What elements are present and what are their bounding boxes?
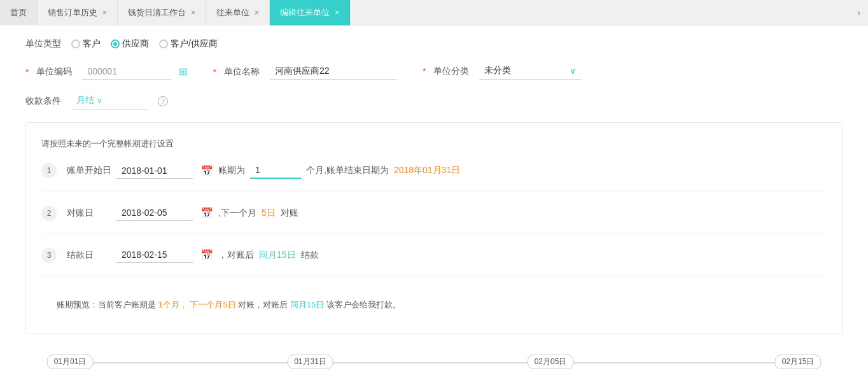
close-icon[interactable]: ×	[255, 8, 259, 17]
classify-dropdown-arrow: ∨	[570, 66, 576, 76]
tab-partners-label: 往来单位	[216, 7, 249, 18]
step-2-date-input[interactable]	[116, 205, 193, 221]
step-num-2: 2	[41, 206, 57, 221]
radio-customer-label: 客户	[83, 38, 101, 50]
tl-badge-3: 02月05日	[528, 355, 574, 369]
timeline-point-1: 01月01日 账单开始日	[47, 355, 94, 387]
help-icon[interactable]: ?	[158, 96, 168, 106]
step-label-2: 对账日	[67, 208, 111, 219]
tab-collapse-button[interactable]: ›	[850, 0, 868, 25]
radio-both-label: 客户/供应商	[171, 38, 218, 50]
radio-supplier-label: 供应商	[122, 38, 149, 50]
payment-dropdown-arrow: ∨	[97, 96, 102, 105]
step-label-1: 账单开始日	[67, 165, 111, 176]
step-1-period-input[interactable]	[250, 162, 301, 179]
payment-terms-row: 收款条件 月结 ∨ ?	[25, 92, 843, 109]
unit-classify-value: 未分类	[484, 65, 511, 76]
step-3-date-input[interactable]	[116, 247, 193, 263]
step-2-suffix-day: 5日	[262, 208, 276, 219]
step-2-calendar-icon[interactable]: 📅	[200, 207, 213, 219]
step-3-calendar-icon[interactable]: 📅	[200, 249, 213, 261]
unit-code-label: 单位编码	[36, 66, 72, 78]
tab-home-label: 首页	[10, 7, 27, 18]
step-3-suffix-text: 结款	[301, 250, 319, 261]
copy-icon[interactable]: ⊞	[179, 66, 187, 78]
preview-suffix: 该客户会给我打款。	[326, 300, 401, 309]
preview-middle2: 对账，对账后	[238, 300, 288, 309]
step-num-1: 1	[41, 163, 57, 178]
preview-settle: 同月15日	[290, 300, 324, 309]
timeline-point-2: 01月31日 账单结束日	[287, 355, 333, 387]
close-icon[interactable]: ×	[191, 8, 195, 17]
timeline-point-4: 02月15日 结款日	[775, 355, 822, 387]
payment-terms-dropdown[interactable]: 月结 ∨	[71, 92, 148, 109]
tl-badge-2: 01月31日	[287, 355, 333, 369]
unit-type-row: 单位类型 客户 供应商 客户/供应商	[25, 38, 843, 50]
step-row-2: 2 对账日 📅 ,下一个月 5日 对账	[41, 205, 827, 234]
step-num-3: 3	[41, 248, 57, 263]
unit-name-input[interactable]	[270, 64, 397, 80]
tab-sales-history[interactable]: 销售订单历史 ×	[38, 0, 118, 25]
unit-classify-label: 单位分类	[433, 66, 469, 77]
step-2-suffix-prefix: ,下一个月	[218, 208, 256, 219]
tab-edit-partner-label: 编辑往来单位	[280, 7, 330, 18]
tl-badge-1: 01月01日	[47, 355, 94, 369]
step-label-3: 结款日	[67, 250, 111, 261]
radio-customer[interactable]: 客户	[71, 38, 101, 50]
radio-circle-supplier	[111, 39, 120, 48]
step-content-1: 账单开始日 📅 账期为 个月,账单结束日期为 2018年01月31日	[67, 162, 827, 179]
step-1-period-end: 2018年01月31日	[394, 165, 460, 176]
billing-period-section: 请按照未来的一个完整帐期进行设置 1 账单开始日 📅 账期为 个月,账单结束日期…	[25, 122, 843, 334]
required-mark-code: *	[25, 67, 29, 77]
step-3-suffix-day: 同月15日	[259, 250, 296, 261]
radio-supplier[interactable]: 供应商	[111, 38, 149, 50]
radio-circle-both	[159, 39, 168, 48]
main-content: 单位类型 客户 供应商 客户/供应商 * 单位编码 ⊞ * 单位名称	[0, 25, 868, 387]
preview-period: 1个月，	[158, 300, 188, 309]
required-mark-classify: *	[423, 66, 426, 76]
step-1-date-input[interactable]	[116, 163, 193, 179]
unit-info-row: * 单位编码 ⊞ * 单位名称 * 单位分类 未分类 ∨	[25, 62, 843, 80]
close-icon[interactable]: ×	[335, 8, 339, 17]
tab-partners[interactable]: 往来单位 ×	[206, 0, 270, 25]
tab-cash-workbench-label: 钱货日清工作台	[128, 7, 186, 18]
step-content-3: 结款日 📅 ，对账后 同月15日 结款	[67, 247, 827, 263]
close-icon[interactable]: ×	[102, 8, 107, 17]
payment-terms-label: 收款条件	[25, 95, 61, 107]
unit-code-input[interactable]	[82, 64, 171, 80]
step-3-suffix-prefix: ，对账后	[218, 250, 254, 261]
section-title: 请按照未来的一个完整帐期进行设置	[41, 138, 827, 150]
unit-type-label: 单位类型	[25, 38, 61, 50]
tab-bar: 首页 销售订单历史 × 钱货日清工作台 × 往来单位 × 编辑往来单位 × ›	[0, 0, 868, 25]
step-row-1: 1 账单开始日 📅 账期为 个月,账单结束日期为 2018年01月31日	[41, 162, 827, 192]
unit-classify-dropdown[interactable]: 未分类 ∨	[479, 62, 581, 80]
tab-home[interactable]: 首页	[0, 0, 38, 25]
radio-both[interactable]: 客户/供应商	[159, 38, 218, 50]
tab-cash-workbench[interactable]: 钱货日清工作台 ×	[118, 0, 206, 25]
preview-section: 账期预览：当前客户账期是 1个月， 下一个月5日 对账，对账后 同月15日 该客…	[41, 289, 827, 321]
tab-sales-history-label: 销售订单历史	[48, 7, 97, 18]
payment-terms-value: 月结	[76, 95, 94, 106]
tl-badge-4: 02月15日	[775, 355, 822, 369]
step-1-calendar-icon[interactable]: 📅	[200, 165, 213, 177]
step-2-suffix-text: 对账	[281, 208, 298, 219]
radio-circle-customer	[71, 39, 80, 48]
timeline-track	[70, 362, 798, 363]
step-1-period-label: 账期为	[218, 165, 245, 176]
preview-middle: 下一个月5日	[190, 300, 235, 309]
step-content-2: 对账日 📅 ,下一个月 5日 对账	[67, 205, 827, 221]
timeline-section: 01月01日 账单开始日 01月31日 账单结束日 02月05日 对账日 02月…	[25, 344, 843, 387]
step-1-period-unit: 个月,账单结束日期为	[306, 165, 389, 176]
unit-name-label: 单位名称	[224, 66, 260, 78]
step-row-3: 3 结款日 📅 ，对账后 同月15日 结款	[41, 247, 827, 276]
preview-prefix: 账期预览：当前客户账期是	[57, 300, 156, 309]
unit-type-radio-group: 客户 供应商 客户/供应商	[71, 38, 218, 50]
timeline-point-3: 02月05日 对账日	[528, 355, 574, 387]
required-mark-name: *	[213, 67, 216, 77]
tab-edit-partner[interactable]: 编辑往来单位 ×	[270, 0, 350, 25]
